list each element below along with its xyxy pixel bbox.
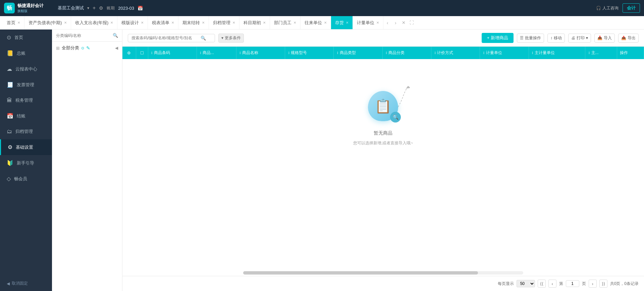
tab-next-button[interactable]: › <box>391 16 399 30</box>
tab-period-close-x[interactable]: ✕ <box>202 21 205 25</box>
tab-dept-close[interactable]: ✕ <box>293 21 296 25</box>
page-prev-button[interactable]: ‹ <box>548 280 556 288</box>
company-name[interactable]: 基层工会测试 <box>58 5 84 11</box>
account-button[interactable]: 会计 <box>623 3 640 13</box>
category-collapse-icon[interactable]: ◀ <box>115 46 118 50</box>
tab-dept[interactable]: 部门员工 ✕ <box>270 16 301 30</box>
sidebar-item-invoice[interactable]: 🧾 发票管理 <box>0 77 52 93</box>
tab-unit-close[interactable]: ✕ <box>376 21 379 25</box>
logo-sub: 旗舰版 <box>17 9 44 13</box>
sidebar-item-guide[interactable]: 🔰 新手引导 <box>0 155 52 171</box>
category-edit-icon[interactable]: ✎ <box>86 45 90 51</box>
tab-archive[interactable]: 归档管理 ✕ <box>209 16 239 30</box>
home-icon: ⊙ <box>7 34 11 41</box>
tab-balance-close[interactable]: ✕ <box>64 21 67 25</box>
sidebar-item-home-label: 首页 <box>14 35 23 41</box>
consultant-button[interactable]: 🎧 人工咨询 <box>596 5 619 11</box>
tab-dept-label: 部门员工 <box>274 20 291 26</box>
export-label: 导出 <box>628 35 636 41</box>
tab-period-close[interactable]: 期末结转 ✕ <box>178 16 209 30</box>
th-main-unit[interactable]: ↕ 主计量单位 <box>529 47 585 59</box>
tab-income[interactable]: 收入支出表(年报) ✕ <box>71 16 118 30</box>
sidebar-item-member[interactable]: ◇ 畅会员 <box>0 171 52 187</box>
tab-prev-button[interactable]: ‹ <box>383 16 391 30</box>
grid-icon: ⊞ <box>56 46 60 51</box>
add-product-button[interactable]: + 新增商品 <box>482 33 514 43</box>
settings-icon[interactable]: ⚙ <box>99 5 103 11</box>
page-first-button[interactable]: ⟨⟨ <box>538 280 546 288</box>
print-button[interactable]: 🖨 打印 ▾ <box>568 34 591 43</box>
th-category[interactable]: ↕ 商品分类 <box>382 47 431 59</box>
th-type-label: ↕ 商品类型 <box>336 50 356 55</box>
scrollbar-track[interactable] <box>243 271 523 275</box>
sidebar-item-settings[interactable]: ⚙ 基础设置 <box>0 139 52 155</box>
sidebar-item-reports[interactable]: ☁ 云报表中心 <box>0 61 52 77</box>
page-label: 第 <box>559 281 563 287</box>
th-more[interactable]: ↕ 主... <box>585 47 617 59</box>
th-barcode[interactable]: ↕ 商品条码 <box>148 47 197 59</box>
tab-income-close[interactable]: ✕ <box>110 21 113 25</box>
calendar-icon[interactable]: 📅 <box>138 6 143 11</box>
th-spec[interactable]: ↕ 规格型号 <box>285 47 334 59</box>
tab-inventory-close[interactable]: ✕ <box>346 21 348 25</box>
tab-contacts-close[interactable]: ✕ <box>324 21 327 25</box>
scrollbar-area <box>122 270 644 276</box>
period-label: 账期 <box>107 5 115 11</box>
search-icon[interactable]: 🔍 <box>201 36 206 41</box>
th-type[interactable]: ↕ 商品类型 <box>334 47 382 59</box>
search-input[interactable] <box>131 36 199 40</box>
th-unit[interactable]: ↕ 计量单位 <box>480 47 529 59</box>
batch-button[interactable]: ☰ 批量操作 <box>517 34 544 43</box>
sidebar-item-tax[interactable]: 🏛 税务管理 <box>0 93 52 108</box>
sidebar-item-ledger-label: 总账 <box>17 50 25 56</box>
tab-subject[interactable]: 科目期初 ✕ <box>239 16 270 30</box>
category-search-icon[interactable]: 🔍 <box>113 33 118 38</box>
th-name[interactable]: ↕ 商品名称 <box>236 47 285 59</box>
tab-balance-sheet[interactable]: 资产负债表(中期) ✕ <box>24 16 71 30</box>
company-dropdown-icon[interactable]: ▾ <box>87 6 89 10</box>
tab-archive-close[interactable]: ✕ <box>232 21 235 25</box>
add-tab-button[interactable]: + <box>93 5 96 11</box>
archive-icon: 🗂 <box>7 129 12 135</box>
unpin-button[interactable]: ◀ 取消固定 <box>0 276 52 291</box>
empty-state: 📋 🔍 暂无商品 您可以选择新增,或者直接导入哦~ <box>122 59 644 166</box>
sidebar-item-archive[interactable]: 🗂 归档管理 <box>0 124 52 139</box>
all-categories[interactable]: ⊞ 全部分类 ⊙ ✎ ◀ <box>52 42 122 54</box>
tab-maximize-button[interactable]: ⛶ <box>408 16 416 30</box>
scrollbar-thumb[interactable] <box>243 271 478 275</box>
tab-tax-list[interactable]: 税表清单 ✕ <box>148 16 178 30</box>
tab-home[interactable]: 首页 ✕ <box>3 16 24 30</box>
sidebar-item-home[interactable]: ⊙ 首页 <box>0 30 52 45</box>
page-input[interactable] <box>566 280 579 287</box>
page-last-button[interactable]: ⟩⟩ <box>599 280 607 288</box>
tab-subject-close[interactable]: ✕ <box>263 21 266 25</box>
export-button[interactable]: 📤 导出 <box>618 34 639 43</box>
tab-home-close[interactable]: ✕ <box>17 21 20 25</box>
tab-unit[interactable]: 计量单位 ✕ <box>353 16 383 30</box>
category-search-input[interactable] <box>56 33 111 38</box>
th-name-label: ↕ 商品名称 <box>239 50 258 55</box>
filter-button[interactable]: ▾ 更多条件 <box>218 34 244 43</box>
period-value: 2023-03 <box>118 6 134 11</box>
tab-contacts[interactable]: 往来单位 ✕ <box>301 16 331 30</box>
th-checkbox[interactable]: ☐ <box>136 47 148 59</box>
tab-close-all-button[interactable]: ✕ <box>399 16 408 30</box>
import-button[interactable]: 📥 导入 <box>594 34 615 43</box>
per-page-select[interactable]: 50 10 20 100 <box>517 280 535 287</box>
tab-template[interactable]: 模版设计 ✕ <box>117 16 148 30</box>
th-price-method-label: ↕ 计价方式 <box>434 50 453 55</box>
sidebar-item-ledger[interactable]: 📒 总账 <box>0 45 52 61</box>
import-label: 导入 <box>604 35 612 41</box>
sidebar-item-close[interactable]: 📅 结账 <box>0 108 52 124</box>
th-code[interactable]: ↕ 商品... <box>197 47 236 59</box>
th-price-method[interactable]: ↕ 计价方式 <box>431 47 480 59</box>
tab-tax-list-close[interactable]: ✕ <box>171 21 174 25</box>
th-settings[interactable]: ⚙ <box>122 47 136 59</box>
tab-inventory[interactable]: 存货 ✕ <box>331 16 353 30</box>
print-label: 打印 <box>577 35 585 41</box>
page-next-button[interactable]: › <box>589 280 597 288</box>
unpin-icon: ◀ <box>7 281 10 286</box>
consultant-label: 人工咨询 <box>602 5 619 11</box>
move-button[interactable]: ↕ 移动 <box>547 34 565 43</box>
tab-template-close[interactable]: ✕ <box>141 21 144 25</box>
